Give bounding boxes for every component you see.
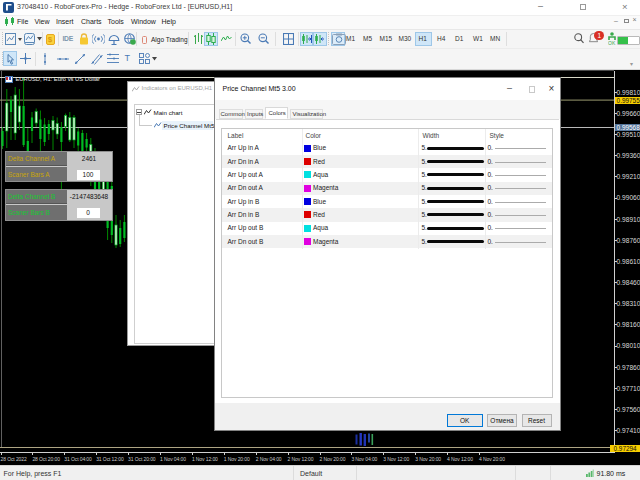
svg-text:OK: OK bbox=[608, 39, 616, 45]
